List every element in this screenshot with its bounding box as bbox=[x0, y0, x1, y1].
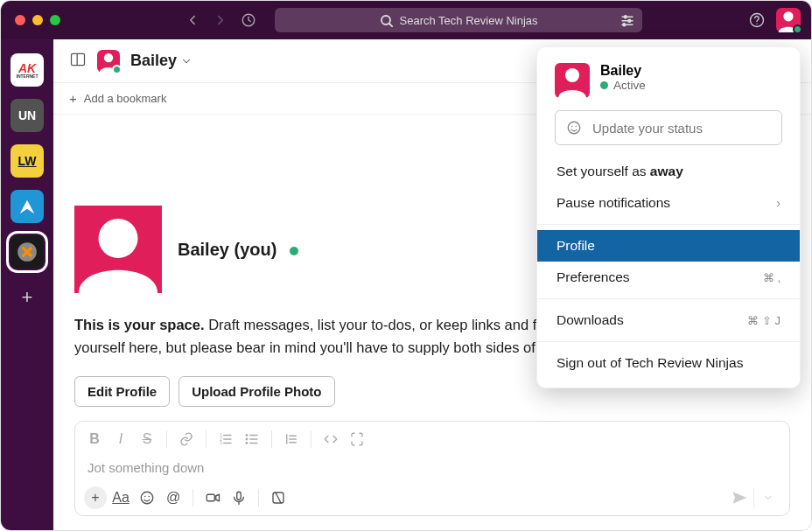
search-icon bbox=[380, 14, 393, 27]
svg-point-8 bbox=[623, 24, 626, 26]
window-controls bbox=[15, 15, 60, 25]
minimize-window[interactable] bbox=[32, 15, 43, 25]
menu-user-name: Bailey bbox=[600, 63, 646, 79]
svg-point-6 bbox=[628, 19, 631, 22]
svg-point-35 bbox=[149, 496, 150, 498]
channel-title-button[interactable]: Bailey bbox=[130, 52, 192, 70]
emoji-button[interactable] bbox=[135, 486, 159, 510]
workspace-lw[interactable]: LW bbox=[10, 144, 44, 178]
svg-line-41 bbox=[276, 493, 281, 503]
x-icon bbox=[16, 241, 38, 263]
svg-line-2 bbox=[389, 24, 393, 27]
svg-point-16 bbox=[99, 219, 138, 258]
strike-button[interactable]: S bbox=[135, 427, 159, 451]
link-button[interactable] bbox=[174, 427, 199, 451]
svg-point-26 bbox=[246, 435, 248, 437]
code-button[interactable] bbox=[318, 427, 343, 451]
send-options-button[interactable] bbox=[756, 486, 780, 510]
edit-profile-button[interactable]: Edit Profile bbox=[74, 376, 170, 407]
search-placeholder: Search Tech Review Ninjas bbox=[400, 14, 538, 27]
pen-icon bbox=[18, 197, 37, 216]
menu-header: Bailey Active bbox=[537, 63, 800, 110]
svg-point-43 bbox=[568, 122, 580, 134]
bold-button[interactable]: B bbox=[82, 427, 107, 451]
presence-indicator bbox=[793, 24, 802, 34]
ordered-list-button[interactable]: 123 bbox=[214, 427, 238, 451]
svg-point-10 bbox=[756, 24, 757, 24]
menu-downloads[interactable]: Downloads⌘ ⇧ J bbox=[537, 304, 800, 336]
svg-point-28 bbox=[246, 443, 248, 444]
svg-point-27 bbox=[246, 438, 248, 440]
search-input[interactable]: Search Tech Review Ninjas bbox=[275, 8, 642, 32]
menu-pause-notifications[interactable]: Pause notifications› bbox=[537, 187, 800, 219]
emoji-icon bbox=[566, 120, 582, 136]
send-button[interactable] bbox=[727, 486, 752, 510]
message-composer: B I S 123 Jot something down + bbox=[74, 421, 790, 516]
blockquote-button[interactable] bbox=[279, 427, 304, 451]
workspace-ak[interactable]: AK INTERNET bbox=[10, 53, 44, 87]
history-button[interactable] bbox=[234, 6, 262, 34]
nav-forward[interactable] bbox=[206, 6, 234, 34]
svg-rect-13 bbox=[72, 53, 85, 65]
italic-button[interactable]: I bbox=[108, 427, 133, 451]
svg-point-11 bbox=[783, 11, 793, 21]
menu-profile[interactable]: Profile bbox=[537, 230, 800, 262]
svg-point-44 bbox=[571, 126, 573, 128]
workspace-rail: AK INTERNET UN LW + bbox=[1, 39, 53, 530]
user-menu: Bailey Active Update your status Set you… bbox=[536, 46, 801, 388]
kbd-shortcut: ⌘ ⇧ J bbox=[747, 314, 780, 327]
svg-rect-38 bbox=[237, 492, 242, 500]
video-button[interactable] bbox=[200, 486, 225, 510]
help-button[interactable] bbox=[743, 6, 771, 34]
shortcuts-button[interactable] bbox=[266, 486, 290, 510]
attach-button[interactable]: + bbox=[84, 486, 107, 509]
menu-set-away[interactable]: Set yourself as away bbox=[537, 156, 800, 187]
svg-point-15 bbox=[104, 52, 113, 61]
chevron-down-icon bbox=[180, 55, 192, 67]
kbd-shortcut: ⌘ , bbox=[763, 271, 780, 284]
channel-title: Bailey bbox=[130, 52, 177, 70]
bullet-list-button[interactable] bbox=[240, 427, 264, 451]
svg-point-34 bbox=[144, 496, 146, 498]
nav-back[interactable] bbox=[178, 6, 206, 34]
codeblock-button[interactable] bbox=[345, 427, 369, 451]
profile-display-name: Bailey (you) bbox=[178, 240, 276, 259]
add-bookmark-button[interactable]: + Add a bookmark bbox=[69, 91, 166, 106]
svg-text:3: 3 bbox=[220, 441, 222, 445]
status-placeholder: Update your status bbox=[592, 121, 703, 136]
svg-point-42 bbox=[565, 68, 579, 82]
close-window[interactable] bbox=[15, 15, 25, 25]
workspace-un[interactable]: UN bbox=[10, 99, 44, 132]
svg-point-45 bbox=[576, 126, 578, 128]
workspace-x[interactable] bbox=[10, 235, 44, 269]
formatting-toggle[interactable]: Aa bbox=[108, 486, 133, 510]
presence-indicator bbox=[112, 65, 122, 74]
menu-sign-out[interactable]: Sign out of Tech Review Ninjas bbox=[537, 347, 800, 379]
svg-marker-37 bbox=[216, 494, 220, 501]
menu-avatar bbox=[555, 63, 590, 98]
mention-button[interactable]: @ bbox=[161, 486, 186, 510]
split-view-button[interactable] bbox=[69, 51, 87, 72]
add-workspace-button[interactable]: + bbox=[10, 281, 44, 314]
presence-indicator bbox=[290, 247, 298, 255]
composer-actions: + Aa @ bbox=[75, 480, 789, 515]
person-icon bbox=[555, 63, 590, 98]
maximize-window[interactable] bbox=[50, 15, 60, 25]
titlebar: Search Tech Review Ninjas bbox=[1, 1, 811, 39]
chevron-right-icon: › bbox=[776, 196, 780, 210]
format-toolbar: B I S 123 bbox=[75, 422, 789, 457]
upload-profile-photo-button[interactable]: Upload Profile Photo bbox=[178, 376, 334, 407]
svg-rect-36 bbox=[206, 494, 214, 501]
audio-button[interactable] bbox=[227, 486, 251, 510]
status-input[interactable]: Update your status bbox=[555, 110, 782, 145]
composer-input[interactable]: Jot something down bbox=[75, 457, 789, 480]
menu-user-status: Active bbox=[600, 79, 646, 92]
workspace-pen[interactable] bbox=[10, 190, 44, 223]
profile-avatar bbox=[74, 206, 162, 293]
user-avatar-button[interactable] bbox=[776, 8, 801, 32]
person-icon bbox=[74, 206, 162, 293]
menu-preferences[interactable]: Preferences⌘ , bbox=[537, 262, 800, 293]
svg-point-33 bbox=[141, 492, 153, 504]
channel-avatar bbox=[97, 50, 120, 73]
filter-icon[interactable] bbox=[620, 12, 635, 28]
